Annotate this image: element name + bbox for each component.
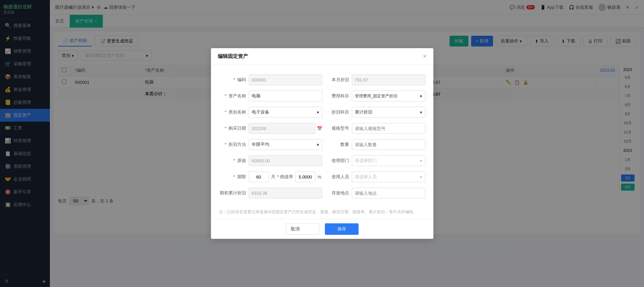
form-row-opening-depr: 期初累计折旧 xyxy=(219,185,322,201)
asset-name-input[interactable] xyxy=(249,91,322,101)
modal-body: * 编码 * 资产名称 xyxy=(211,65,433,208)
depr-method-select[interactable]: 年限平均 ▾ xyxy=(249,139,322,150)
form-row-original-value: * 原值 xyxy=(219,153,322,169)
user-label: 使用人员 xyxy=(322,174,349,180)
form-row-location: 存放地点 xyxy=(322,185,425,201)
modal-overlay: 编辑固定资产 × * 编码 xyxy=(0,0,644,287)
dept-select[interactable]: 请选择部门 ▾ xyxy=(352,155,425,166)
form-row-depr-subject: 折旧科目 累计折旧 ▾ xyxy=(322,104,425,120)
code-input[interactable] xyxy=(249,74,322,85)
period-input[interactable] xyxy=(249,171,269,182)
location-input[interactable] xyxy=(352,188,425,198)
depr-method-label: * 折旧方法 xyxy=(219,141,246,148)
form-row-category: * 类别名称 电子设备 ▾ xyxy=(219,104,322,120)
residual-unit: % xyxy=(317,174,321,180)
chevron-down-icon: ▾ xyxy=(420,174,422,180)
monthly-depr-label: 本月折旧 xyxy=(322,77,349,83)
spec-model-input[interactable] xyxy=(352,123,425,134)
asset-name-label: * 资产名称 xyxy=(219,93,246,99)
form-grid: * 编码 * 资产名称 xyxy=(219,72,425,201)
form-left-col: * 编码 * 资产名称 xyxy=(219,72,322,201)
form-row-purchase-date: * 购买日期 📅 xyxy=(219,120,322,136)
form-row-quantity: 数量 xyxy=(322,136,425,153)
modal-close-btn[interactable]: × xyxy=(423,53,427,60)
modal-title: 编辑固定资产 xyxy=(218,53,248,60)
form-row-dept: 使用部门 请选择部门 ▾ xyxy=(322,153,425,169)
form-row-expense-subject: 费用科目 管理费用_固定资产折旧 ▾ xyxy=(322,88,425,104)
calendar-icon[interactable]: 📅 xyxy=(317,126,322,131)
dept-label: 使用部门 xyxy=(322,158,349,164)
purchase-date-input[interactable] xyxy=(249,123,315,134)
category-label: * 类别名称 xyxy=(219,109,246,115)
chevron-down-icon: ▾ xyxy=(317,110,319,115)
residual-label: * 残值率 xyxy=(277,174,294,180)
cancel-btn[interactable]: 取消 xyxy=(286,223,319,235)
form-row-asset-name: * 资产名称 xyxy=(219,88,322,104)
opening-depr-input[interactable] xyxy=(249,188,322,198)
form-row-period: * 期限 月 * 残值率 % xyxy=(219,169,322,185)
depr-subject-label: 折旧科目 xyxy=(322,109,349,115)
monthly-depr-input xyxy=(352,74,425,85)
modal-header: 编辑固定资产 × xyxy=(211,48,433,65)
purchase-date-label: * 购买日期 xyxy=(219,125,246,131)
chevron-down-icon: ▾ xyxy=(420,158,422,163)
user-select[interactable]: 请选择人员 ▾ xyxy=(352,171,425,182)
save-btn[interactable]: 保存 xyxy=(325,223,359,235)
chevron-down-icon: ▾ xyxy=(317,142,319,147)
category-select[interactable]: 电子设备 ▾ xyxy=(249,107,322,118)
modal-footer: 取消 保存 xyxy=(211,219,433,239)
residual-input[interactable] xyxy=(295,171,315,182)
modal-note: 注：已经存在变更记录或者对应固定资产已经生成凭证，原值、购买日期、残值率、累计折… xyxy=(211,208,433,219)
expense-subject-label: 费用科目 xyxy=(322,93,349,99)
period-group: 月 * 残值率 % xyxy=(249,171,322,182)
form-row-depr-method: * 折旧方法 年限平均 ▾ xyxy=(219,136,322,153)
period-label: * 期限 xyxy=(219,174,246,180)
form-row-spec-model: 规格型号 xyxy=(322,120,425,136)
form-row-user: 使用人员 请选择人员 ▾ xyxy=(322,169,425,185)
original-value-label: * 原值 xyxy=(219,158,246,164)
form-row-code: * 编码 xyxy=(219,72,322,88)
quantity-label: 数量 xyxy=(322,141,349,148)
opening-depr-label: 期初累计折旧 xyxy=(219,190,246,196)
expense-subject-select[interactable]: 管理费用_固定资产折旧 ▾ xyxy=(352,91,425,101)
chevron-down-icon: ▾ xyxy=(420,110,422,115)
edit-asset-modal: 编辑固定资产 × * 编码 xyxy=(211,48,433,239)
location-label: 存放地点 xyxy=(322,190,349,196)
period-unit: 月 xyxy=(271,174,275,180)
spec-model-label: 规格型号 xyxy=(322,125,349,131)
form-right-col: 本月折旧 费用科目 管理费用_固定资产折旧 ▾ 折旧科目 xyxy=(322,72,425,201)
quantity-input[interactable] xyxy=(352,139,425,150)
depr-subject-select[interactable]: 累计折旧 ▾ xyxy=(352,107,425,118)
code-label: * 编码 xyxy=(219,77,246,83)
chevron-down-icon: ▾ xyxy=(420,94,422,99)
form-row-monthly-depr: 本月折旧 xyxy=(322,72,425,88)
original-value-input[interactable] xyxy=(249,155,322,166)
